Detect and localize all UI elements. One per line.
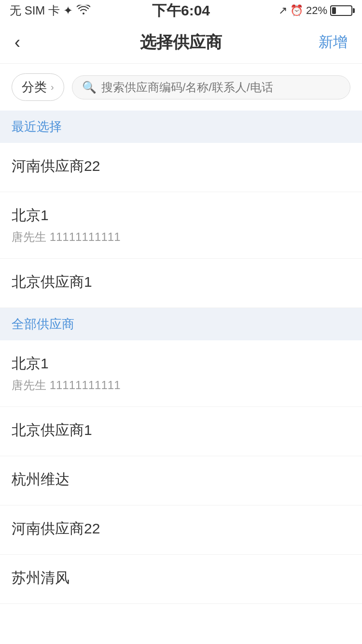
recent-section-label: 最近选择 <box>12 119 62 134</box>
nav-bar: ‹ 选择供应商 新增 <box>0 21 362 64</box>
page-title: 选择供应商 <box>140 31 222 54</box>
all-list-item[interactable]: 杭州维达 <box>0 456 362 505</box>
item-sub: 唐先生 11111111111 <box>12 378 350 393</box>
alarm-icon: ⏰ <box>290 4 303 17</box>
recent-section-header: 最近选择 <box>0 111 362 143</box>
time-display: 下午6:04 <box>152 1 210 21</box>
recent-items-list: 河南供应商22北京1唐先生 11111111111北京供应商1 <box>0 143 362 308</box>
search-row: 分类 › 🔍 <box>0 64 362 111</box>
item-name: 杭州维达 <box>12 470 350 490</box>
all-list-item[interactable]: 河南供应商22 <box>0 505 362 555</box>
add-button[interactable]: 新增 <box>319 32 348 52</box>
all-list-item[interactable]: 北京1唐先生 11111111111 <box>0 340 362 407</box>
all-list-item[interactable]: 北京供应商1 <box>0 407 362 456</box>
item-name: 河南供应商22 <box>12 156 350 176</box>
search-icon: 🔍 <box>82 81 97 94</box>
item-name: 苏州清风 <box>12 568 350 588</box>
search-input[interactable] <box>101 81 340 94</box>
item-sub: 唐先生 11111111111 <box>12 229 350 245</box>
chevron-right-icon: › <box>51 82 54 93</box>
status-left: 无 SIM 卡 ✦ <box>10 3 90 18</box>
recent-list-item[interactable]: 北京1唐先生 11111111111 <box>0 192 362 259</box>
location-icon: ↗ <box>278 4 287 17</box>
item-name: 北京供应商1 <box>12 272 350 292</box>
back-button[interactable]: ‹ <box>14 32 43 53</box>
recent-list-item[interactable]: 河南供应商22 <box>0 143 362 192</box>
recent-list-item[interactable]: 北京供应商1 <box>0 259 362 308</box>
category-button[interactable]: 分类 › <box>12 73 64 101</box>
item-name: 北京供应商1 <box>12 420 350 440</box>
no-sim-label: 无 SIM 卡 ✦ <box>10 3 73 18</box>
item-name: 北京1 <box>12 206 350 225</box>
search-wrapper: 🔍 <box>72 75 350 99</box>
wifi-icon <box>77 4 90 17</box>
all-section-label: 全部供应商 <box>12 317 74 331</box>
all-list-item[interactable]: 苏州清风 <box>0 555 362 604</box>
all-items-list: 北京1唐先生 11111111111北京供应商1杭州维达河南供应商22苏州清风 <box>0 340 362 604</box>
all-section-header: 全部供应商 <box>0 308 362 340</box>
status-right: ↗ ⏰ 22% <box>278 4 352 17</box>
battery-percent: 22% <box>306 4 327 17</box>
battery-icon <box>330 5 352 16</box>
item-name: 河南供应商22 <box>12 519 350 539</box>
status-bar: 无 SIM 卡 ✦ 下午6:04 ↗ ⏰ 22% <box>0 0 362 21</box>
category-label: 分类 <box>22 79 47 96</box>
item-name: 北京1 <box>12 354 350 374</box>
